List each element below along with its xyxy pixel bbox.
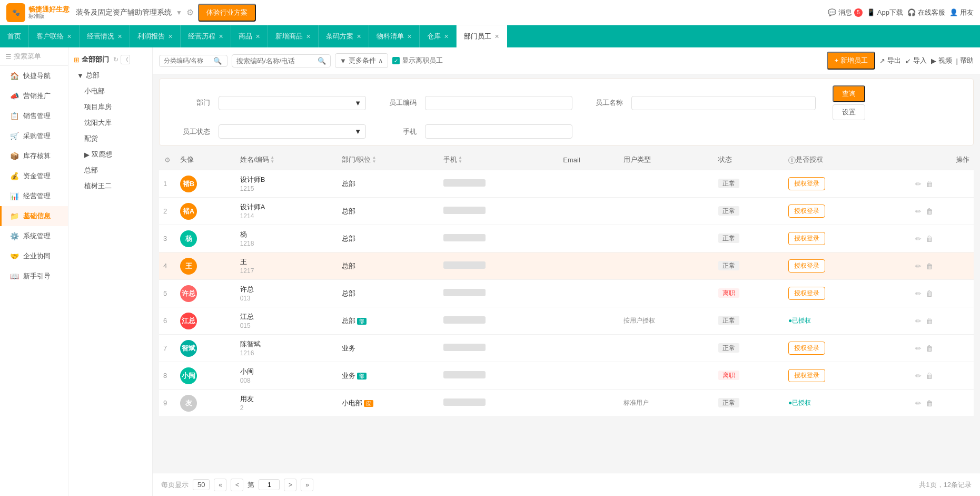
dept-item-双鹿想[interactable]: ▶双鹿想 <box>68 147 152 162</box>
tab-close-icon[interactable]: ✕ <box>357 33 361 40</box>
delete-icon[interactable]: 🗑 <box>926 317 933 325</box>
delete-icon[interactable]: 🗑 <box>926 289 933 298</box>
emp-status-select[interactable]: ▼ <box>219 124 366 139</box>
prev-page-btn[interactable]: < <box>231 479 243 491</box>
add-employee-button[interactable]: + 新增员工 <box>827 52 875 70</box>
gear-icon[interactable]: ⚙ <box>186 7 194 17</box>
th-dept[interactable]: 部门/职位▲▼ <box>338 150 439 170</box>
auth-button[interactable]: 授权登录 <box>788 232 825 245</box>
last-page-btn[interactable]: » <box>301 479 313 491</box>
dropdown-arrow[interactable]: ▼ <box>176 9 182 16</box>
sidebar-item-销售管理[interactable]: 📋销售管理 <box>0 106 68 126</box>
dept-collapse-btn[interactable]: 《 <box>121 55 130 64</box>
help-button[interactable]: | 帮助 <box>956 56 974 65</box>
sidebar-item-快捷导航[interactable]: 🏠快捷导航 <box>0 66 68 86</box>
sidebar-item-基础信息[interactable]: 📁基础信息 <box>0 206 68 226</box>
more-filters-btn[interactable]: ▼ 更多条件 ∧ <box>335 53 388 68</box>
th-phone[interactable]: 手机▲▼ <box>439 150 559 170</box>
auth-button[interactable]: 授权登录 <box>788 287 825 300</box>
sidebar-item-新手引导[interactable]: 📖新手引导 <box>0 266 68 286</box>
delete-icon[interactable]: 🗑 <box>926 262 933 270</box>
delete-icon[interactable]: 🗑 <box>926 399 933 407</box>
tab-close-icon[interactable]: ✕ <box>67 33 72 40</box>
dept-search-input[interactable] <box>164 57 211 64</box>
view-button[interactable]: ▶ 视频 <box>931 56 952 65</box>
auth-button[interactable]: 授权登录 <box>788 342 825 355</box>
sidebar-item-系统管理[interactable]: ⚙️系统管理 <box>0 226 68 246</box>
dept-select[interactable]: ▼ <box>219 96 366 110</box>
dept-item-沈阳大库[interactable]: 沈阳大库 <box>68 115 152 131</box>
next-page-btn[interactable]: > <box>284 479 296 491</box>
search-submit-icon[interactable]: 🔍 <box>318 57 326 65</box>
dept-item-项目库房[interactable]: 项目库房 <box>68 99 152 115</box>
online-support-button[interactable]: 🎧 在线客服 <box>907 8 945 17</box>
tab-close-icon[interactable]: ✕ <box>306 33 311 40</box>
edit-icon[interactable]: ✏ <box>915 399 922 407</box>
dept-search-box[interactable]: 🔍 <box>159 55 227 67</box>
nav-tab-部门员工[interactable]: 部门员工✕ <box>457 25 507 47</box>
tab-close-icon[interactable]: ✕ <box>494 33 499 40</box>
employee-search-box[interactable]: 🔍 <box>232 54 331 67</box>
edit-icon[interactable]: ✏ <box>915 344 922 353</box>
sidebar-item-采购管理[interactable]: 🛒采购管理 <box>0 126 68 146</box>
dept-item-小电部[interactable]: 小电部 <box>68 83 152 99</box>
phone-input[interactable] <box>425 124 572 139</box>
nav-tab-商品[interactable]: 商品✕ <box>231 25 268 47</box>
app-download-button[interactable]: 📱 App下载 <box>867 8 903 17</box>
query-button[interactable]: 查询 <box>833 85 865 102</box>
sidebar-item-企业协同[interactable]: 🤝企业协同 <box>0 246 68 266</box>
edit-icon[interactable]: ✏ <box>915 289 922 298</box>
tab-close-icon[interactable]: ✕ <box>117 33 122 40</box>
dept-refresh-icon[interactable]: ↻ <box>113 56 118 63</box>
messages-button[interactable]: 💬 消息 5 <box>828 8 863 17</box>
trial-button[interactable]: 体验行业方案 <box>198 4 256 22</box>
delete-icon[interactable]: 🗑 <box>926 344 933 353</box>
first-page-btn[interactable]: « <box>214 479 226 491</box>
dept-item-总部[interactable]: ▼总部 <box>68 67 152 83</box>
edit-icon[interactable]: ✏ <box>915 180 922 188</box>
auth-button[interactable]: 授权登录 <box>788 369 825 382</box>
per-page-select[interactable]: 50 <box>193 479 210 490</box>
sidebar-item-经营管理[interactable]: 📊经营管理 <box>0 186 68 206</box>
th-name[interactable]: 姓名/编码▲▼ <box>236 150 338 170</box>
auth-button[interactable]: 授权登录 <box>788 259 825 273</box>
nav-tab-客户联络[interactable]: 客户联络✕ <box>29 25 80 47</box>
emp-code-input[interactable] <box>425 96 572 110</box>
auth-button[interactable]: 授权登录 <box>788 205 825 218</box>
auth-button[interactable]: 授权登录 <box>788 177 825 190</box>
sidebar-item-库存核算[interactable]: 📦库存核算 <box>0 146 68 166</box>
edit-icon[interactable]: ✏ <box>915 207 922 216</box>
set-button[interactable]: 设置 <box>833 104 865 120</box>
page-input[interactable] <box>259 479 280 490</box>
delete-icon[interactable]: 🗑 <box>926 235 933 243</box>
dept-item-配货[interactable]: 配货 <box>68 131 152 147</box>
sidebar-item-资金管理[interactable]: 💰资金管理 <box>0 166 68 186</box>
th-settings[interactable]: ⚙ <box>159 150 176 170</box>
nav-tab-仓库[interactable]: 仓库✕ <box>420 25 457 47</box>
tab-close-icon[interactable]: ✕ <box>255 33 260 40</box>
tab-close-icon[interactable]: ✕ <box>444 33 449 40</box>
sidebar-search[interactable]: ☰ 搜索菜单 <box>0 47 68 66</box>
emp-name-input[interactable] <box>631 96 816 110</box>
nav-tab-利润报告[interactable]: 利润报告✕ <box>130 25 181 47</box>
nav-tab-经营情况[interactable]: 经营情况✕ <box>80 25 130 47</box>
nav-tab-经营历程[interactable]: 经营历程✕ <box>181 25 231 47</box>
show-resigned-toggle[interactable]: ✓ 显示离职员工 <box>392 56 443 65</box>
edit-icon[interactable]: ✏ <box>915 317 922 325</box>
sidebar-item-营销推广[interactable]: 📣营销推广 <box>0 86 68 106</box>
edit-icon[interactable]: ✏ <box>915 372 922 380</box>
dept-item-总部[interactable]: 总部 <box>68 162 152 178</box>
auth-info-icon[interactable]: ℹ <box>788 157 796 164</box>
show-resigned-checkbox[interactable]: ✓ <box>392 57 400 64</box>
user-menu[interactable]: 👤 用友 <box>949 8 974 17</box>
nav-tab-物料清单[interactable]: 物料清单✕ <box>369 25 420 47</box>
delete-icon[interactable]: 🗑 <box>926 180 933 188</box>
tab-close-icon[interactable]: ✕ <box>219 33 223 40</box>
search-icon[interactable]: 🔍 <box>213 57 222 65</box>
employee-search-input[interactable] <box>236 57 315 65</box>
tab-close-icon[interactable]: ✕ <box>168 33 173 40</box>
export-button[interactable]: ↗ 导出 <box>879 56 901 65</box>
dept-all-header[interactable]: ⊞ 全部部门 ↻ 《 <box>68 52 152 67</box>
tab-close-icon[interactable]: ✕ <box>407 33 412 40</box>
nav-tab-新增商品[interactable]: 新增商品✕ <box>268 25 319 47</box>
